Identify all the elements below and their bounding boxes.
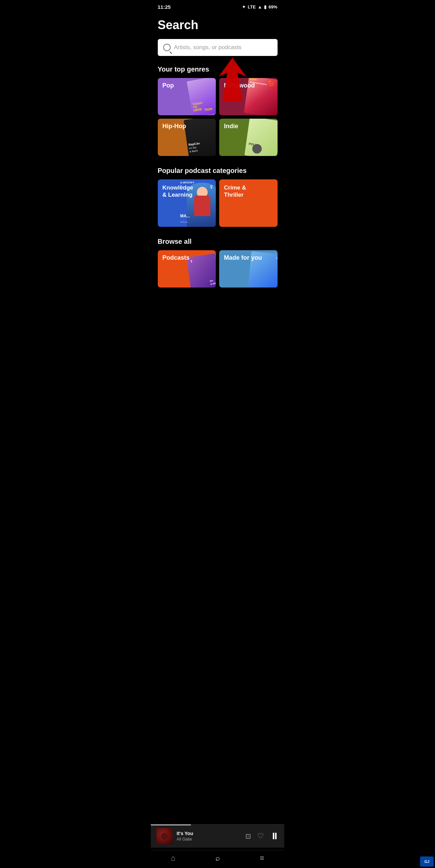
main-content: Search Artists, songs, or podcasts Your … bbox=[151, 13, 284, 342]
nav-home[interactable]: ⌂ bbox=[171, 854, 175, 863]
battery-label: 69% bbox=[268, 4, 277, 9]
podcast-section-title: Popular podcast categories bbox=[158, 167, 278, 175]
playback-controls: ⊡ ♡ ⏸ bbox=[245, 831, 279, 842]
now-playing-info: It's You Ali Gatie bbox=[177, 831, 241, 842]
album-art bbox=[156, 828, 173, 844]
album-thumbnail bbox=[156, 828, 173, 844]
browse-label-podcasts: Podcasts bbox=[163, 254, 190, 261]
page-title: Search bbox=[158, 18, 278, 32]
now-playing-title: It's You bbox=[177, 831, 241, 836]
search-input-placeholder: Artists, songs, or podcasts bbox=[174, 44, 242, 51]
now-playing-bar[interactable]: It's You Ali Gatie ⊡ ♡ ⏸ bbox=[151, 824, 284, 848]
pause-button[interactable]: ⏸ bbox=[270, 831, 279, 842]
genre-grid: Pop TODAYTOHERE TIGH Bollywood BDMBollyw… bbox=[158, 78, 278, 156]
genre-card-pop[interactable]: Pop TODAYTOHERE TIGH bbox=[158, 78, 216, 115]
podcast-card-knowledge[interactable]: Knowledge & Learning 🎙 A SPOTIFYC... MA.… bbox=[158, 179, 216, 227]
status-bar: 11:25 ✦ LTE ▲ ▮ 69% bbox=[151, 0, 284, 13]
genre-card-hiphop[interactable]: Hip-Hop RapCavLil Jay& 6lack bbox=[158, 119, 216, 156]
genre-label-bollywood: Bollywood bbox=[224, 82, 255, 90]
status-right: ✦ LTE ▲ ▮ 69% bbox=[242, 4, 278, 9]
podcasts-art: 🎙 Di<A SPO bbox=[186, 254, 216, 288]
genre-card-indie[interactable]: Indie POLL bbox=[219, 119, 278, 156]
browse-card-madeforyou[interactable]: Made for you ⊙ bbox=[219, 250, 278, 288]
bollywood-dot: 🔴 bbox=[267, 80, 275, 87]
now-playing-artist: Ali Gatie bbox=[177, 837, 241, 842]
browse-grid: Podcasts 🎙 Di<A SPO Made for you ⊙ bbox=[158, 250, 278, 288]
genre-card-bollywood[interactable]: Bollywood BDMBollywood Dance 🔴 bbox=[219, 78, 278, 115]
podcast-label-crime: Crime & Thriller bbox=[224, 184, 259, 199]
browse-card-podcasts[interactable]: Podcasts 🎙 Di<A SPO bbox=[158, 250, 216, 288]
genre-label-pop: Pop bbox=[163, 82, 174, 90]
signal-icon: ▲ bbox=[258, 4, 262, 9]
top-genres-title: Your top genres bbox=[158, 65, 278, 73]
home-icon: ⌂ bbox=[171, 854, 175, 863]
browse-all-title: Browse all bbox=[158, 238, 278, 245]
browse-label-madeforyou: Made for you bbox=[224, 254, 262, 261]
podcast-label-knowledge: Knowledge & Learning bbox=[163, 184, 197, 199]
genre-label-hiphop: Hip-Hop bbox=[163, 123, 186, 130]
search-bar[interactable]: Artists, songs, or podcasts bbox=[158, 39, 278, 56]
bottom-navigation: ⌂ ⌕ ≡ bbox=[151, 850, 284, 868]
genre-label-indie: Indie bbox=[224, 123, 238, 130]
playback-progress bbox=[151, 825, 191, 825]
podcast-grid: Knowledge & Learning 🎙 A SPOTIFYC... MA.… bbox=[158, 179, 278, 227]
like-button[interactable]: ♡ bbox=[257, 832, 264, 841]
bluetooth-icon: ✦ bbox=[242, 4, 246, 9]
indie-art: POLL bbox=[244, 119, 278, 156]
battery-icon: ▮ bbox=[264, 4, 266, 9]
nav-search[interactable]: ⌕ bbox=[215, 854, 220, 863]
hiphop-art: RapCavLil Jay& 6lack bbox=[184, 119, 216, 156]
library-icon: ≡ bbox=[260, 854, 264, 863]
nav-library[interactable]: ≡ bbox=[260, 854, 264, 863]
search-nav-icon: ⌕ bbox=[215, 854, 220, 863]
network-label: LTE bbox=[248, 4, 256, 9]
device-connect-icon[interactable]: ⊡ bbox=[245, 832, 251, 840]
search-icon bbox=[163, 44, 171, 51]
podcast-card-crime[interactable]: Crime & Thriller bbox=[219, 179, 278, 227]
status-time: 11:25 bbox=[158, 4, 171, 10]
